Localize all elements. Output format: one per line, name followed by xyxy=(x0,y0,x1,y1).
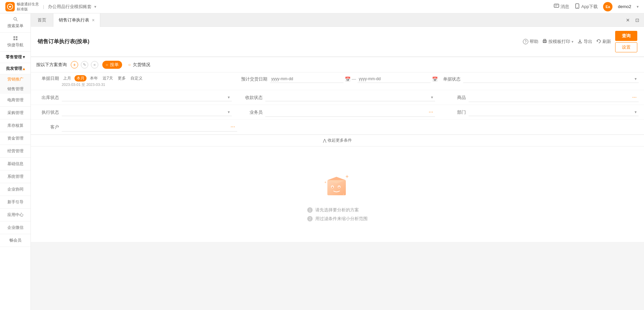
sidebar-search-menu[interactable]: 搜索菜单 xyxy=(0,13,31,33)
debt-icon: ○ xyxy=(128,62,130,67)
dept-dropdown-icon[interactable]: ▾ xyxy=(635,110,637,114)
sales-rep-label: 业务员 xyxy=(240,109,263,115)
svg-rect-11 xyxy=(544,39,546,41)
svg-text:✦: ✦ xyxy=(342,193,345,196)
expected-date-end[interactable] xyxy=(358,75,431,83)
svg-rect-1 xyxy=(554,4,559,7)
print-dropdown-icon[interactable]: ▾ xyxy=(572,40,574,44)
sidebar-section-retail[interactable]: 零售管理 ▾ xyxy=(0,52,31,63)
date-separator: — xyxy=(352,76,356,82)
top-bar: 畅捷通好生意 标准版 | 办公用品行业模拟账套 ▾ 消息 App下载 xyxy=(0,0,644,13)
expected-date-label: 预计交货日期 xyxy=(237,76,267,82)
customer-more-button[interactable]: ··· xyxy=(230,124,235,130)
tab-sales-order[interactable]: 销售订单执行表 × xyxy=(53,13,100,27)
scheme-item-debt[interactable]: ○ 欠货情况 xyxy=(125,61,153,69)
date-btn-more[interactable]: 更多 xyxy=(116,75,127,82)
sidebar-item-ecommerce[interactable]: 电商管理 xyxy=(0,94,31,107)
sidebar: 搜索菜单 快捷导航 零售管理 ▾ 批发管理 ▴ 营销推广 销售管理 电商管理 采… xyxy=(0,13,31,310)
query-button[interactable]: 查询 xyxy=(615,31,637,41)
industry-title: 办公用品行业模拟账套 xyxy=(48,4,92,10)
window-close-button[interactable]: ✕ xyxy=(624,16,632,24)
sidebar-item-sales[interactable]: 销售管理 xyxy=(0,84,31,94)
receipt-dropdown-icon[interactable]: ▾ xyxy=(431,95,433,100)
scheme-buttons: + ✎ « xyxy=(71,61,98,68)
scheme-icon: ○ xyxy=(106,62,108,67)
sales-rep-more-button[interactable]: ··· xyxy=(429,109,433,115)
sidebar-item-system[interactable]: 系统管理 xyxy=(0,170,31,183)
sidebar-item-appcenter[interactable]: 应用中心 xyxy=(0,209,31,221)
collapse-bar[interactable]: ⋀ 收起更多条件 xyxy=(31,135,644,146)
industry-dropdown-icon[interactable]: ▾ xyxy=(94,4,96,9)
collapse-icon: ⋀ xyxy=(323,138,326,143)
svg-point-17 xyxy=(338,187,340,188)
sidebar-item-member[interactable]: 畅会员 xyxy=(0,234,31,247)
sidebar-item-finance[interactable]: 资金管理 xyxy=(0,132,31,145)
date-btn-custom[interactable]: 自定义 xyxy=(129,75,144,82)
goods-label: 商品 xyxy=(443,95,466,101)
user-dropdown-icon[interactable]: ▾ xyxy=(637,4,639,9)
customer-label: 客户 xyxy=(36,124,59,130)
date-btn-thismonth[interactable]: 本月 xyxy=(74,75,87,82)
svg-point-16 xyxy=(332,187,333,188)
export-button[interactable]: 导出 xyxy=(578,39,592,45)
sidebar-item-wechat[interactable]: 企业微信 xyxy=(0,221,31,234)
window-max-button[interactable]: ⊡ xyxy=(633,16,641,24)
date-btn-7days[interactable]: 近7天 xyxy=(101,75,114,82)
scheme-collapse-button[interactable]: « xyxy=(91,61,98,68)
svg-text:✦: ✦ xyxy=(324,180,327,184)
date-btn-lastmonth[interactable]: 上月 xyxy=(62,75,72,82)
calendar-icon-end[interactable]: 📅 xyxy=(432,76,438,82)
goods-more-button[interactable]: ··· xyxy=(632,94,637,100)
tab-home[interactable]: 首页 xyxy=(31,13,53,27)
scheme-label: 按以下方案查询 xyxy=(36,62,67,68)
help-button[interactable]: ? 帮助 xyxy=(523,39,538,45)
status-dropdown-icon[interactable]: ▾ xyxy=(635,76,637,81)
tip-num-1: 1 xyxy=(307,207,313,213)
user-avatar[interactable]: Ea xyxy=(603,2,612,11)
dept-label: 部门 xyxy=(443,109,466,115)
scheme-add-button[interactable]: + xyxy=(71,61,78,68)
refresh-button[interactable]: 刷新 xyxy=(596,39,611,45)
scheme-item-byorder[interactable]: ○ 按单 xyxy=(102,61,122,69)
sidebar-item-basic[interactable]: 基础信息 xyxy=(0,158,31,170)
sidebar-quick-nav[interactable]: 快捷导航 xyxy=(0,33,31,52)
print-icon xyxy=(542,39,547,45)
empty-state: ✦ ✦ ✦ 1 请先选择要分析的方案 2 用过滤条件来缩小分析范围 xyxy=(31,147,644,242)
exec-status-dropdown-icon[interactable]: ▾ xyxy=(228,110,230,114)
message-icon xyxy=(554,3,559,10)
out-stock-dropdown-icon[interactable]: ▾ xyxy=(228,95,230,100)
setting-button[interactable]: 设置 xyxy=(615,42,637,52)
user-name[interactable]: demo2 xyxy=(618,4,631,9)
sidebar-item-operation[interactable]: 经营管理 xyxy=(0,145,31,158)
message-button[interactable]: 消息 xyxy=(554,3,569,10)
tab-close-button[interactable]: × xyxy=(92,18,95,22)
date-label: 单据日期 xyxy=(36,75,59,82)
logo-area: 畅捷通好生意 标准版 xyxy=(5,2,39,11)
print-button[interactable]: 按模板打印 ▾ xyxy=(542,39,574,45)
date-btn-thisyear[interactable]: 本年 xyxy=(89,75,99,82)
sidebar-section-wholesale[interactable]: 批发管理 ▴ xyxy=(0,63,31,74)
svg-rect-8 xyxy=(13,39,15,40)
sidebar-item-purchase[interactable]: 采购管理 xyxy=(0,107,31,119)
svg-point-4 xyxy=(14,17,16,20)
app-download-icon xyxy=(575,3,580,10)
scheme-edit-button[interactable]: ✎ xyxy=(81,61,88,68)
sidebar-item-inventory[interactable]: 库存核算 xyxy=(0,119,31,132)
svg-rect-9 xyxy=(16,39,17,40)
page-header-actions: ? 帮助 按模板打印 ▾ xyxy=(523,31,637,52)
app-download-button[interactable]: App下载 xyxy=(575,3,598,10)
svg-rect-7 xyxy=(16,36,17,38)
sidebar-item-newguide[interactable]: 新手引导 xyxy=(0,196,31,209)
empty-illustration: ✦ ✦ ✦ xyxy=(321,167,354,200)
logo-text: 畅捷通好生意 标准版 xyxy=(17,2,39,11)
sidebar-item-enterprise[interactable]: 企业协同 xyxy=(0,183,31,196)
tab-bar: 首页 销售订单执行表 × ✕ ⊡ xyxy=(31,13,644,27)
svg-rect-6 xyxy=(13,36,15,38)
expected-date-start[interactable] xyxy=(270,75,343,83)
export-icon xyxy=(578,39,582,45)
empty-tip-2: 2 用过滤条件来缩小分析范围 xyxy=(307,216,368,222)
receipt-label: 收款状态 xyxy=(240,95,263,101)
calendar-icon-start[interactable]: 📅 xyxy=(345,76,351,82)
sidebar-item-marketing[interactable]: 营销推广 xyxy=(0,74,31,84)
exec-status-label: 执行状态 xyxy=(36,109,59,115)
